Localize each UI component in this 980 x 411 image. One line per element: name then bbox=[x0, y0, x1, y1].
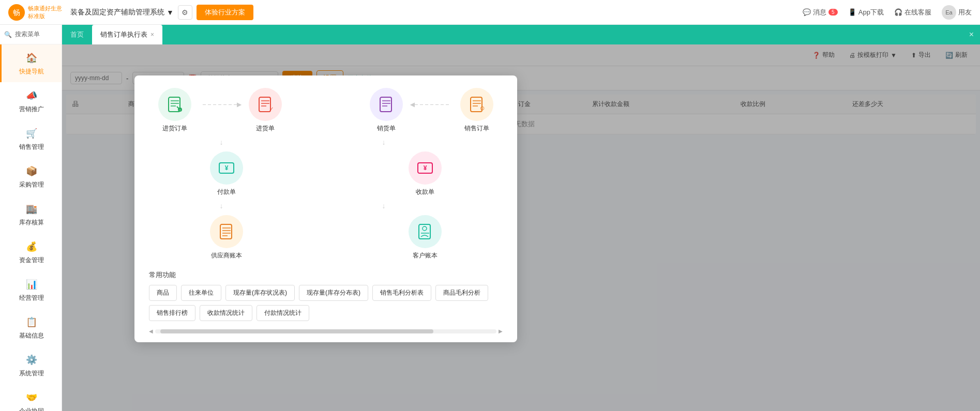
tab-sales-order-exec[interactable]: 销售订单执行表 × bbox=[92, 25, 162, 44]
func-btn-receipt-stat[interactable]: 收款情况统计 bbox=[200, 305, 252, 321]
flow-node-customer-ledger[interactable]: 客户账本 bbox=[399, 215, 451, 260]
func-btn-product-profit[interactable]: 商品毛利分析 bbox=[435, 285, 488, 301]
spacer-down-3 bbox=[410, 135, 451, 149]
common-func-section: 常用功能 商品 往来单位 现存量(库存状况表) 现存量(库存分布表) 销售毛利分… bbox=[149, 270, 503, 321]
scrollbar-right-arrow[interactable]: ▶ bbox=[499, 328, 503, 334]
app-download-icon: 📱 bbox=[848, 8, 856, 16]
sales-icon: 🛒 bbox=[24, 126, 39, 141]
payment-circle: ¥ bbox=[210, 151, 243, 185]
sales-invoice-label: 销货单 bbox=[377, 124, 396, 133]
sidebar-item-marketing[interactable]: 📣 营销推广 bbox=[0, 82, 62, 120]
svg-text:⊙: ⊙ bbox=[480, 105, 485, 111]
func-btn-inventory-dist[interactable]: 现存量(库存分布表) bbox=[299, 285, 368, 301]
tab-close-all-button[interactable]: × bbox=[969, 30, 980, 39]
sidebar-search[interactable]: 🔍 搜索菜单 bbox=[0, 25, 62, 44]
sidebar-item-system[interactable]: ⚙️ 系统管理 bbox=[0, 346, 62, 384]
func-btn-sales-ranking[interactable]: 销售排行榜 bbox=[149, 305, 195, 321]
user-area[interactable]: Ea 用友 bbox=[942, 5, 972, 20]
svg-text:畅: 畅 bbox=[13, 9, 20, 17]
user-label: 用友 bbox=[958, 8, 972, 17]
purchase-receipt-label: 进货单 bbox=[256, 124, 275, 133]
sidebar-label-enterprise: 企业协同 bbox=[19, 407, 44, 411]
func-btn-product[interactable]: 商品 bbox=[149, 285, 177, 301]
func-btn-inventory-status[interactable]: 现存量(库存状况表) bbox=[225, 285, 295, 301]
system-title-dropdown[interactable]: 装备及固定资产辅助管理系统 ▼ bbox=[70, 8, 174, 17]
sidebar-item-sales[interactable]: 🛒 销售管理 bbox=[0, 120, 62, 158]
sales-invoice-circle bbox=[370, 88, 403, 121]
app-download-label: App下载 bbox=[858, 8, 884, 17]
online-service-label: 在线客服 bbox=[904, 8, 931, 17]
spacer-d2-1 bbox=[149, 199, 201, 213]
avatar: Ea bbox=[942, 5, 956, 20]
arrow-line-1 bbox=[203, 104, 237, 105]
main-layout: 🔍 搜索菜单 🏠 快捷导航 📣 营销推广 🛒 销售管理 📦 采购管理 🏬 库存核… bbox=[0, 25, 980, 411]
spacer-d2-4 bbox=[451, 199, 503, 213]
gear-button[interactable]: ⚙ bbox=[178, 5, 192, 20]
marketing-icon: 📣 bbox=[24, 88, 39, 103]
func-btn-payment-stat[interactable]: 付款情况统计 bbox=[257, 305, 309, 321]
func-btn-sales-profit[interactable]: 销售毛利分析表 bbox=[372, 285, 431, 301]
sidebar-search-label: 搜索菜单 bbox=[15, 30, 40, 39]
flow-row-1: → 进货订单 bbox=[149, 88, 503, 133]
flow-row-2: ¥ 付款单 ¥ bbox=[149, 151, 503, 196]
flow-section: → 进货订单 bbox=[149, 88, 503, 260]
payment-label: 付款单 bbox=[217, 188, 236, 196]
receipt-circle: ¥ bbox=[409, 151, 442, 185]
app-download-button[interactable]: 📱 App下载 bbox=[848, 8, 884, 17]
sidebar-label-finance: 资金管理 bbox=[19, 256, 44, 265]
common-func-title: 常用功能 bbox=[149, 270, 503, 280]
logo-icon: 畅 bbox=[8, 4, 25, 21]
func-buttons-row1: 商品 往来单位 现存量(库存状况表) 现存量(库存分布表) 销售毛利分析表 商品… bbox=[149, 285, 503, 301]
func-btn-partner[interactable]: 往来单位 bbox=[181, 285, 221, 301]
tab-home[interactable]: 首页 bbox=[62, 25, 92, 44]
svg-rect-13 bbox=[380, 97, 391, 112]
svg-text:¥: ¥ bbox=[225, 164, 229, 172]
online-service-icon: 🎧 bbox=[894, 8, 902, 16]
sidebar-label-inventory: 库存核算 bbox=[19, 218, 44, 227]
scrollbar-left-arrow[interactable]: ◀ bbox=[149, 328, 153, 334]
customer-ledger-label: 客户账本 bbox=[413, 251, 438, 260]
flow-node-payment[interactable]: ¥ 付款单 bbox=[201, 151, 252, 196]
scrollbar-track[interactable] bbox=[155, 329, 496, 333]
sidebar-item-quick-nav[interactable]: 🏠 快捷导航 bbox=[0, 44, 62, 82]
spacer-d2-2 bbox=[242, 199, 358, 213]
sales-order-circle: ⊙ bbox=[460, 88, 493, 121]
tab-close-button[interactable]: × bbox=[150, 31, 154, 38]
modal-scrollbar: ◀ ▶ bbox=[149, 325, 503, 334]
arrow-down-customer: ↓ bbox=[358, 199, 410, 213]
sidebar-item-operation[interactable]: 📊 经营管理 bbox=[0, 271, 62, 309]
sidebar: 🔍 搜索菜单 🏠 快捷导航 📣 营销推广 🛒 销售管理 📦 采购管理 🏬 库存核… bbox=[0, 25, 62, 411]
flow-node-receipt[interactable]: ¥ 收款单 bbox=[399, 151, 451, 196]
spacer-down-4 bbox=[451, 135, 503, 149]
trial-button[interactable]: 体验行业方案 bbox=[197, 5, 253, 20]
scrollbar-thumb bbox=[160, 329, 433, 333]
arrow-down-payment: ↓ bbox=[201, 135, 242, 149]
flow-node-sales-invoice[interactable]: 销货单 bbox=[360, 88, 412, 133]
sidebar-label-marketing: 营销推广 bbox=[19, 105, 44, 114]
supplier-ledger-label: 供应商账本 bbox=[211, 251, 242, 260]
sidebar-item-inventory[interactable]: 🏬 库存核算 bbox=[0, 195, 62, 233]
content-area: 首页 销售订单执行表 × × ❓ 帮助 🖨 按模板打印 ▼ bbox=[62, 25, 980, 411]
svg-rect-8 bbox=[259, 97, 270, 112]
message-button[interactable]: 💬 消息 5 bbox=[803, 8, 838, 17]
svg-text:→: → bbox=[178, 108, 182, 112]
sidebar-item-finance[interactable]: 💰 资金管理 bbox=[0, 233, 62, 271]
flow-row-3: 供应商账本 bbox=[149, 215, 503, 260]
svg-rect-26 bbox=[220, 224, 232, 239]
flow-node-purchase-receipt[interactable]: ✓ 进货单 bbox=[239, 88, 291, 133]
flow-arrow-2 bbox=[412, 104, 451, 105]
flow-node-sales-order[interactable]: ⊙ 销售订单 bbox=[451, 88, 503, 133]
supplier-ledger-circle bbox=[210, 215, 243, 248]
logo-area: 畅 畅康通好生意 标准版 bbox=[8, 4, 70, 21]
svg-text:¥: ¥ bbox=[424, 164, 427, 172]
online-service-button[interactable]: 🎧 在线客服 bbox=[894, 8, 931, 17]
sidebar-item-basic[interactable]: 📋 基础信息 bbox=[0, 309, 62, 346]
flow-node-purchase-order[interactable]: → 进货订单 bbox=[149, 88, 201, 133]
sidebar-item-enterprise[interactable]: 🤝 企业协同 bbox=[0, 384, 62, 411]
logo-text: 畅康通好生意 标准版 bbox=[28, 5, 62, 20]
sidebar-item-purchase[interactable]: 📦 采购管理 bbox=[0, 158, 62, 195]
flow-node-supplier-ledger[interactable]: 供应商账本 bbox=[201, 215, 252, 260]
tab-home-label: 首页 bbox=[70, 30, 84, 39]
message-badge: 5 bbox=[828, 9, 838, 16]
system-icon: ⚙️ bbox=[24, 353, 39, 367]
